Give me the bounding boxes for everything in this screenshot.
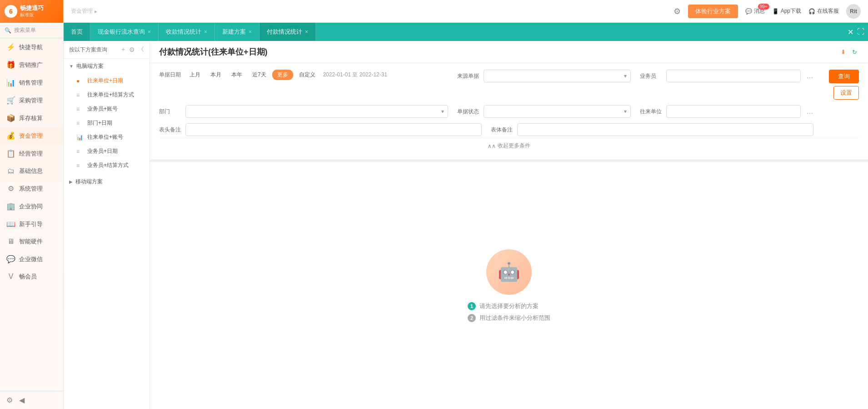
scheme-partner-date[interactable]: ● 往来单位+日期 — [64, 74, 150, 88]
tab-receipt-stats-close[interactable]: × — [204, 29, 207, 35]
panel-header-icons: ＋ ⚙ 《 — [120, 45, 144, 54]
salesman-more-icon[interactable]: … — [806, 72, 813, 80]
sidebar-item-label: 企业协同 — [19, 202, 43, 211]
date-btn-this-year[interactable]: 本年 — [227, 70, 246, 80]
panel-header: 按以下方案查询 ＋ ⚙ 《 — [64, 41, 150, 59]
search-icon: 🔍 — [5, 27, 11, 34]
query-btn[interactable]: 查询 — [829, 70, 859, 83]
sidebar-item-label: 智能硬件 — [19, 237, 43, 246]
sidebar-item-hardware[interactable]: 🖥 智能硬件 — [0, 233, 63, 250]
scheme-partner-settle[interactable]: ≡ 往来单位+结算方式 — [64, 88, 150, 102]
dept-select[interactable]: ▾ — [185, 105, 448, 118]
tab-home-label: 首页 — [71, 28, 83, 36]
settings-bottom-icon[interactable]: ⚙ — [6, 396, 13, 404]
sidebar-item-marketing[interactable]: 🎁 营销推广 — [0, 56, 63, 74]
sidebar-item-weixin[interactable]: 💬 企业微信 — [0, 250, 63, 268]
doc-status-select[interactable]: ▾ — [484, 105, 631, 118]
tab-close-all-icon[interactable]: ✕ — [848, 28, 853, 36]
tab-bank-flow[interactable]: 现金银行流水查询 × — [90, 23, 159, 41]
tab-bank-flow-close[interactable]: × — [148, 29, 151, 35]
hint-num-2: 2 — [468, 314, 476, 322]
page-content: 按以下方案查询 ＋ ⚙ 《 ▼ 电脑端方案 ● 往来单位+日期 ≡ — [64, 41, 868, 409]
sidebar-item-vip[interactable]: V 畅会员 — [0, 268, 63, 285]
scheme-salesman-settle[interactable]: ≡ 业务员+结算方式 — [64, 158, 150, 172]
date-btn-last-month[interactable]: 上月 — [185, 70, 205, 80]
filter-header-note: 表头备注 — [159, 123, 482, 136]
collapse-bar[interactable]: ∧∧ 收起更多条件 — [159, 138, 859, 153]
setting-btn[interactable]: 设置 — [833, 86, 859, 100]
message-icon: 💬 — [745, 8, 752, 15]
tab-home[interactable]: 首页 — [64, 23, 90, 41]
online-service-btn[interactable]: 🎧 在线客服 — [808, 7, 839, 15]
body-note-input[interactable] — [517, 123, 813, 136]
sidebar-item-finance[interactable]: 💰 资金管理 — [0, 127, 63, 145]
user-avatar[interactable]: Rit — [846, 4, 861, 19]
breadcrumb-separator: ▸ — [95, 8, 97, 15]
tab-new-scheme[interactable]: 新建方案 × — [215, 23, 259, 41]
sidebar-item-guide[interactable]: 📖 新手引导 — [0, 215, 63, 233]
date-btn-more[interactable]: 更多 — [272, 70, 293, 80]
tab-fullscreen-icon[interactable]: ⛶ — [857, 28, 864, 36]
sidebar-item-label: 快捷导航 — [19, 43, 43, 51]
sidebar-nav: ⚡ 快捷导航 🎁 营销推广 📊 销售管理 🛒 采购管理 📦 库存核算 💰 资金管… — [0, 38, 63, 391]
scheme-partner-account[interactable]: 📊 往来单位+账号 — [64, 130, 150, 144]
tab-bank-flow-label: 现金银行流水查询 — [98, 28, 145, 36]
sidebar-item-purchase[interactable]: 🛒 采购管理 — [0, 91, 63, 109]
collapse-sidebar-icon[interactable]: ◀ — [19, 396, 25, 404]
tab-payment-stats[interactable]: 付款情况统计 × — [259, 23, 316, 41]
weixin-icon: 💬 — [6, 255, 15, 263]
messages-btn[interactable]: 💬 消息 99+ — [745, 7, 765, 15]
trial-btn[interactable]: 体验行业方案 — [688, 5, 738, 18]
scheme-icon: ≡ — [76, 148, 84, 155]
filter-dept: 部门 ▾ — [159, 105, 448, 118]
scheme-salesman-account[interactable]: ≡ 业务员+账号 — [64, 102, 150, 116]
hint-text-1: 请先选择要分析的方案 — [479, 302, 539, 310]
app-download-btn[interactable]: 📱 App下载 — [772, 7, 801, 15]
tab-receipt-stats[interactable]: 收款情况统计 × — [159, 23, 215, 41]
mobile-group-header[interactable]: ▶ 移动端方案 — [64, 174, 150, 189]
sidebar-logo: 6 畅捷通巧 标准版 — [0, 0, 63, 23]
date-btn-this-month[interactable]: 本月 — [206, 70, 225, 80]
sidebar-item-system[interactable]: ⚙ 系统管理 — [0, 180, 63, 197]
scheme-dept-date[interactable]: ≡ 部门+日期 — [64, 116, 150, 130]
tab-new-scheme-close[interactable]: × — [249, 29, 252, 35]
scheme-settings-icon[interactable]: ⚙ — [129, 46, 135, 53]
sidebar-item-inventory[interactable]: 📦 库存核算 — [0, 109, 63, 127]
partner-select[interactable] — [666, 105, 801, 118]
refresh-btn[interactable]: ↻ — [852, 49, 859, 56]
sidebar-item-quick-nav[interactable]: ⚡ 快捷导航 — [0, 38, 63, 56]
marketing-icon: 🎁 — [6, 61, 15, 69]
collapse-panel-icon[interactable]: 《 — [138, 45, 144, 54]
sidebar-item-sales[interactable]: 📊 销售管理 — [0, 74, 63, 91]
pc-group-header[interactable]: ▼ 电脑端方案 — [64, 59, 150, 74]
sidebar-item-basic-info[interactable]: 🗂 基础信息 — [0, 162, 63, 180]
add-scheme-icon[interactable]: ＋ — [120, 45, 126, 54]
date-btn-last-7[interactable]: 近7天 — [248, 70, 270, 80]
partner-more-icon[interactable]: … — [806, 107, 813, 116]
salesman-select[interactable] — [666, 70, 801, 82]
hardware-icon: 🖥 — [6, 237, 15, 246]
scheme-salesman-date[interactable]: ≡ 业务员+日期 — [64, 144, 150, 158]
tabbar: 首页 现金银行流水查询 × 收款情况统计 × 新建方案 × 付款情况统计 × ✕… — [64, 23, 868, 41]
sidebar-item-operations[interactable]: 📋 经营管理 — [0, 145, 63, 162]
tab-payment-stats-close[interactable]: × — [305, 29, 308, 35]
body-note-label: 表体备注 — [491, 126, 514, 134]
page-title-actions: ⬇ ↻ — [841, 49, 859, 56]
hint-num-1: 1 — [468, 302, 476, 310]
source-select[interactable]: ▾ — [484, 70, 631, 82]
filter-row-2: 部门 ▾ 单据状态 ▾ 往来单位 — [159, 105, 859, 118]
filter-area: 单据日期 上月 本月 本年 近7天 更多 自定义 2022-01-01 至 20… — [150, 63, 868, 160]
date-btn-custom[interactable]: 自定义 — [295, 70, 319, 80]
topbar-settings[interactable]: ⚙ — [673, 6, 681, 16]
empty-area: 🤖 1 请先选择要分析的方案 2 用过滤条件来缩小分析范围 — [150, 162, 868, 409]
header-note-input[interactable] — [185, 123, 482, 136]
sidebar-item-label: 库存核算 — [19, 114, 43, 122]
sidebar-item-label: 系统管理 — [19, 185, 43, 193]
sidebar-item-enterprise[interactable]: 🏢 企业协同 — [0, 197, 63, 215]
pc-group-arrow: ▼ — [69, 64, 74, 69]
sidebar-search[interactable]: 🔍 搜索菜单 — [0, 23, 63, 38]
scheme-icon: ≡ — [76, 162, 84, 169]
filter-row-3: 表头备注 表体备注 — [159, 123, 859, 136]
sidebar-item-label: 企业微信 — [19, 255, 43, 263]
export-btn[interactable]: ⬇ — [841, 49, 848, 56]
